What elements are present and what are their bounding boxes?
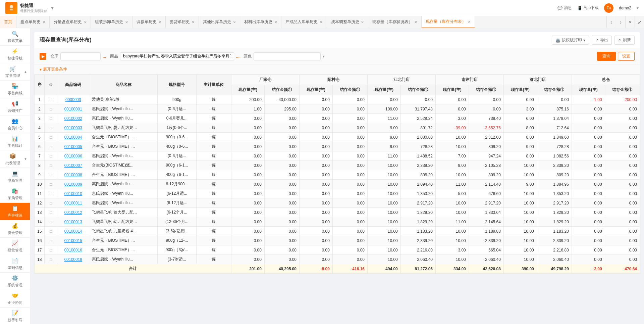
corp-collab-icon: 🤝 xyxy=(12,292,18,299)
warehouse-picker-btn[interactable]: ... xyxy=(103,54,106,59)
sidebar-item-retail-mall[interactable]: 🏪 零售商城 xyxy=(0,81,30,98)
row-gear[interactable]: □ xyxy=(45,217,57,227)
message-btn[interactable]: 💬 消息 xyxy=(557,5,572,11)
search-btn[interactable]: 查询 xyxy=(597,52,616,61)
row-data-6: 10.00 xyxy=(435,142,469,151)
setting-btn[interactable]: 设置 xyxy=(618,52,635,61)
row-gear[interactable]: □ xyxy=(45,151,57,161)
row-gear[interactable]: □ xyxy=(45,133,57,142)
tab-dist-inventory[interactable]: 分量盘点单历史 × xyxy=(50,16,91,28)
user-dropdown-icon[interactable]: ▾ xyxy=(637,6,639,10)
row-name: 爱他美 卓萃3段 xyxy=(89,95,157,104)
message-label: 消息 xyxy=(564,5,572,11)
sidebar-item-retail-stat[interactable]: 📊 零售统计 xyxy=(0,133,30,150)
sidebar-item-new-guide[interactable]: 📝 新手引导 xyxy=(0,308,30,324)
row-no: 12 xyxy=(35,198,45,208)
tab-close-icon[interactable]: × xyxy=(159,19,161,25)
sidebar-label: 系统管理 xyxy=(8,283,22,288)
sidebar-item-quick-nav[interactable]: ⚡ 快捷导航 xyxy=(0,46,30,63)
tab-fullscreen-btn[interactable]: ⤢ xyxy=(635,16,644,28)
row-gear[interactable]: □ xyxy=(45,255,57,264)
row-gear[interactable]: □ xyxy=(45,208,57,217)
row-spec: (12-36个月... xyxy=(157,217,196,227)
sidebar-item-ecommerce[interactable]: 💻 电商管理 xyxy=(0,168,30,185)
export-btn[interactable]: ↗ 导出 xyxy=(592,36,612,45)
goods-input[interactable] xyxy=(120,52,234,60)
tab-close-icon[interactable]: × xyxy=(43,19,45,25)
sidebar-item-member[interactable]: 👥 会员中心 xyxy=(0,115,30,133)
table-row: 18 □ 00100018 惠氏启赋（Wyeth illu... (3-7岁适.… xyxy=(35,255,640,264)
tab-close-icon[interactable]: × xyxy=(192,19,195,25)
sidebar-item-finance[interactable]: 💰 资金管理 xyxy=(0,220,30,238)
app-subtitle: 母婴行业演示陈套 xyxy=(20,9,47,13)
tab-product-in[interactable]: 产成品入库单历史 × xyxy=(281,16,327,28)
goods-picker-btn[interactable]: ... xyxy=(236,54,239,59)
row-data-11: 0.00 xyxy=(605,189,640,198)
print-btn[interactable]: 🖨️ 按模版打印 ▾ xyxy=(552,36,589,45)
tab-group-dismantle[interactable]: 组装拆卸单历史 × xyxy=(91,16,132,28)
sidebar-item-basic-info[interactable]: 📄 基础信息 xyxy=(0,255,30,273)
col-gear[interactable]: ⚙ xyxy=(45,75,57,95)
warehouse-input[interactable] xyxy=(60,52,101,60)
color-input[interactable] xyxy=(254,52,321,60)
sidebar-item-stock[interactable]: 📋 库存核算 xyxy=(0,203,30,220)
row-name: 惠氏启赋（Wyeth illu... xyxy=(89,114,157,123)
row-gear[interactable]: □ xyxy=(45,123,57,133)
tab-close-icon[interactable]: × xyxy=(361,19,364,25)
sidebar-item-corp-collab[interactable]: 🤝 企业协同 xyxy=(0,290,30,308)
tab-close-all-btn[interactable]: × xyxy=(625,16,635,28)
tab-material-out[interactable]: 材料出库单历史 × xyxy=(240,16,281,28)
row-data-2: 0.00 xyxy=(300,198,333,208)
tab-next-btn[interactable]: › xyxy=(616,16,625,28)
sidebar-item-wholesale[interactable]: 📦 批发管理 ▼ xyxy=(0,150,30,168)
sidebar-item-search[interactable]: 🔍 搜索英单 xyxy=(0,28,30,46)
sidebar-item-retail-mgmt[interactable]: 🛒 零售管理 ▲ xyxy=(0,63,30,81)
summary-data-1: 40,295.00 xyxy=(264,264,299,274)
row-data-11: 0.00 xyxy=(605,114,640,123)
tab-prev-btn[interactable]: ‹ xyxy=(606,16,616,28)
tab-close-icon[interactable]: × xyxy=(415,19,417,25)
row-gear[interactable]: □ xyxy=(45,170,57,180)
tab-close-icon[interactable]: × xyxy=(320,19,322,25)
tab-close-icon[interactable]: × xyxy=(468,19,471,25)
tab-other-out[interactable]: 其他出库单历史 × xyxy=(199,16,240,28)
tab-inventory-record[interactable]: 盘点单历史 × xyxy=(16,16,50,28)
tab-stock-dist[interactable]: 现存量（库存分布表）× xyxy=(422,16,475,28)
row-gear[interactable]: □ xyxy=(45,95,57,104)
row-gear[interactable]: □ xyxy=(45,114,57,123)
sidebar-item-operation[interactable]: 📈 经营管理 xyxy=(0,238,30,255)
sidebar-item-system[interactable]: ⚙️ 系统管理 xyxy=(0,273,30,290)
row-gear[interactable]: □ xyxy=(45,189,57,198)
row-gear[interactable]: □ xyxy=(45,180,57,189)
tab-transfer[interactable]: 调拨单历史 × xyxy=(132,16,166,28)
app-download-btn[interactable]: 📱 App下载 xyxy=(577,5,599,11)
search-toggle-btn[interactable]: ▶ xyxy=(40,53,46,60)
row-code: 00100005 xyxy=(57,142,89,151)
row-name: 合生元（BIOSTIME）... xyxy=(89,142,157,151)
row-gear[interactable]: □ xyxy=(45,236,57,245)
row-gear[interactable]: □ xyxy=(45,227,57,236)
subtitle-dropdown-icon[interactable]: ▾ xyxy=(51,5,54,11)
row-data-6: 10.00 xyxy=(435,198,469,208)
tab-close-icon[interactable]: × xyxy=(274,19,277,25)
row-data-10: -1.00 xyxy=(572,95,605,104)
row-gear[interactable]: □ xyxy=(45,161,57,170)
purchase-icon: 🛍️ xyxy=(12,188,18,194)
row-gear[interactable]: □ xyxy=(45,198,57,208)
sidebar-item-purchase[interactable]: 🛍️ 采购管理 xyxy=(0,185,30,203)
tab-close-icon[interactable]: × xyxy=(233,19,236,25)
tab-close-icon[interactable]: × xyxy=(84,19,87,25)
tab-cost-adjust[interactable]: 成本调整单历史 × xyxy=(327,16,368,28)
row-gear[interactable]: □ xyxy=(45,142,57,151)
color-dropdown-icon[interactable]: ▾ xyxy=(323,54,325,59)
avatar[interactable]: Ea xyxy=(604,3,613,13)
row-gear[interactable]: □ xyxy=(45,104,57,114)
tab-stock-status[interactable]: 现存量（库存状况表）× xyxy=(368,16,422,28)
tab-home[interactable]: 首页 xyxy=(0,16,16,28)
tab-demand[interactable]: 要货单历史 × xyxy=(166,16,199,28)
tab-close-icon[interactable]: × xyxy=(125,19,128,25)
row-gear[interactable]: □ xyxy=(45,245,57,255)
expand-conditions-btn[interactable]: ▾ 展开更多条件 xyxy=(40,66,635,72)
refresh-btn[interactable]: ↻ 刷新 xyxy=(614,36,635,45)
sidebar-item-marketing[interactable]: 📢 营销推广 xyxy=(0,98,30,115)
